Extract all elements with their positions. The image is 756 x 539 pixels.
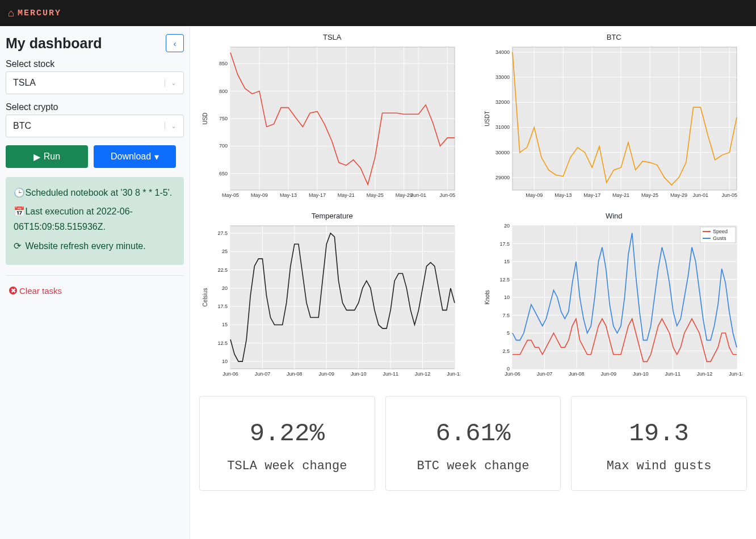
alert-scheduled-text: Scheduled notebook at '30 8 * * 1-5'. [25,188,172,197]
refresh-icon: ⟳ [14,238,23,254]
svg-text:USD: USD [202,112,208,124]
kpi-label: TSLA week change [205,459,369,473]
svg-text:850: 850 [219,61,228,66]
svg-text:Jun-07: Jun-07 [536,371,552,377]
chevron-down-icon: ⌄ [165,122,177,130]
alert-lastexec-text: Last execution at 2022-06-06T15:09:58.51… [14,207,133,231]
svg-text:Knots: Knots [484,290,490,305]
chart-title: TSLA [199,33,465,41]
stock-select-value: TSLA [13,78,36,88]
alert-refresh-text: Website refresh every minute. [25,241,145,251]
page-title: My dashboard [6,35,102,52]
app-logo[interactable]: MERCURY [18,9,61,18]
chart-title: Wind [481,212,747,220]
schedule-alert: 🕒 Scheduled notebook at '30 8 * * 1-5'. … [6,177,184,265]
svg-text:27.5: 27.5 [217,230,228,236]
main-content: TSLA650700750800850USDMay-05May-09May-13… [190,26,756,539]
svg-text:Jun-11: Jun-11 [665,371,681,377]
svg-text:30000: 30000 [495,150,509,155]
kpi-label: BTC week change [392,459,555,473]
svg-text:650: 650 [219,171,228,176]
svg-text:12.5: 12.5 [499,277,510,283]
svg-text:29000: 29000 [495,175,509,180]
divider [6,275,184,276]
chart-btc: BTC290003000031000320003300034000USDTMay… [481,33,747,207]
topbar: ⌂ MERCURY [0,0,756,26]
svg-text:Jun-01: Jun-01 [692,192,708,198]
svg-text:700: 700 [219,143,228,149]
sidebar: My dashboard ‹ Select stock TSLA ⌄ Selec… [0,26,190,539]
svg-text:Jun-09: Jun-09 [319,371,335,377]
svg-text:Jun-06: Jun-06 [222,371,238,377]
chevron-down-icon: ⌄ [165,79,177,87]
chart-wind: Wind02.557.51012.51517.520KnotsJun-06Jun… [481,212,747,386]
run-button[interactable]: ▶ Run [6,145,88,168]
kpi-card: 19.3Max wind gusts [571,396,747,491]
svg-text:25: 25 [222,249,228,254]
kpi-value: 9.22% [205,419,369,448]
svg-text:20: 20 [222,285,228,291]
home-icon[interactable]: ⌂ [8,7,14,19]
chart-title: BTC [481,33,747,41]
svg-text:Jun-13: Jun-13 [729,371,742,377]
svg-text:May-17: May-17 [309,192,326,198]
svg-text:31000: 31000 [495,124,509,130]
svg-text:May-17: May-17 [583,192,600,198]
svg-text:May-21: May-21 [338,192,355,198]
kpi-value: 6.61% [392,419,555,448]
svg-text:Jun-11: Jun-11 [383,371,398,377]
play-icon: ▶ [33,151,40,162]
kpi-row: 9.22%TSLA week change6.61%BTC week chang… [199,396,747,491]
svg-text:800: 800 [219,89,228,94]
svg-text:2.5: 2.5 [502,348,510,354]
svg-text:7.5: 7.5 [502,313,510,318]
svg-text:May-13: May-13 [280,192,297,198]
calendar-icon: 📅 [14,204,23,219]
svg-text:May-09: May-09 [526,192,543,198]
svg-text:Jun-07: Jun-07 [255,371,271,377]
chart-title: Temperature [199,212,465,220]
kpi-label: Max wind gusts [577,459,741,473]
svg-text:32000: 32000 [495,99,509,105]
svg-text:15: 15 [222,322,228,327]
crypto-select-label: Select crypto [6,102,184,112]
svg-text:5: 5 [506,330,509,336]
svg-text:10: 10 [503,294,509,300]
svg-text:May-21: May-21 [612,192,629,198]
svg-text:Jun-10: Jun-10 [351,371,367,377]
svg-text:Jun-12: Jun-12 [415,371,431,377]
svg-text:May-13: May-13 [555,192,572,198]
svg-text:Speed: Speed [713,229,728,234]
svg-text:15: 15 [503,259,509,264]
svg-text:Jun-05: Jun-05 [721,192,737,198]
svg-text:34000: 34000 [495,49,509,55]
svg-text:Jun-08: Jun-08 [569,371,585,377]
clear-tasks-label: Clear tasks [19,286,62,296]
svg-text:20: 20 [503,223,509,229]
download-button[interactable]: Download ▾ [94,145,176,168]
svg-text:May-25: May-25 [641,192,658,198]
kpi-card: 9.22%TSLA week change [199,396,375,491]
svg-text:May-29: May-29 [396,192,413,198]
stock-select[interactable]: TSLA ⌄ [6,71,184,94]
svg-text:Jun-13: Jun-13 [447,371,460,377]
svg-text:May-05: May-05 [222,192,239,198]
stock-select-label: Select stock [6,59,184,69]
kpi-card: 6.61%BTC week change [385,396,561,491]
svg-text:Jun-05: Jun-05 [439,192,455,198]
svg-text:May-29: May-29 [670,192,687,198]
crypto-select[interactable]: BTC ⌄ [6,115,184,137]
run-button-label: Run [44,151,60,162]
svg-text:Jun-08: Jun-08 [287,371,303,377]
svg-text:Jun-09: Jun-09 [600,371,616,377]
download-button-label: Download [111,151,151,162]
svg-text:Jun-12: Jun-12 [696,371,712,377]
chart-grid: TSLA650700750800850USDMay-05May-09May-13… [199,33,747,386]
svg-text:Jun-01: Jun-01 [411,192,427,198]
collapse-sidebar-button[interactable]: ‹ [166,34,184,52]
chart-tsla: TSLA650700750800850USDMay-05May-09May-13… [199,33,465,207]
chevron-left-icon: ‹ [174,39,177,48]
svg-text:May-25: May-25 [367,192,384,198]
clear-tasks-link[interactable]: Clear tasks [6,284,65,298]
svg-text:17.5: 17.5 [217,304,228,309]
